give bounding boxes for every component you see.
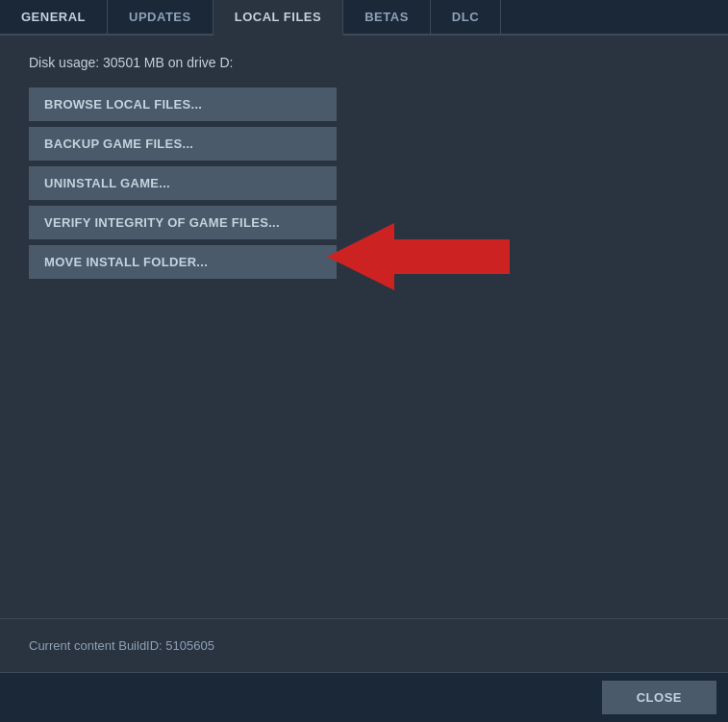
- build-id-label: Current content BuildID: 5105605: [29, 638, 699, 653]
- move-install-folder-button[interactable]: MOVE INSTALL FOLDER...: [29, 245, 337, 279]
- disk-usage-label: Disk usage: 30501 MB on drive D:: [29, 55, 699, 70]
- action-buttons-area: BROWSE LOCAL FILES... BACKUP GAME FILES.…: [29, 87, 337, 279]
- tab-betas[interactable]: BETAS: [343, 0, 431, 34]
- footer: CLOSE: [0, 672, 728, 722]
- close-button[interactable]: CLOSE: [602, 681, 716, 714]
- tab-dlc[interactable]: DLC: [431, 0, 501, 34]
- uninstall-game-button[interactable]: UNINSTALL GAME...: [29, 166, 337, 200]
- build-id-section: Current content BuildID: 5105605: [0, 618, 728, 672]
- tab-general[interactable]: GENERAL: [0, 0, 108, 34]
- tab-bar: GENERAL UPDATES LOCAL FILES BETAS DLC: [0, 0, 728, 36]
- tab-local-files[interactable]: LOCAL FILES: [213, 0, 343, 36]
- tab-updates[interactable]: UPDATES: [108, 0, 213, 34]
- backup-game-files-button[interactable]: BACKUP GAME FILES...: [29, 127, 337, 161]
- verify-integrity-button[interactable]: VERIFY INTEGRITY OF GAME FILES...: [29, 206, 337, 239]
- content-area: Disk usage: 30501 MB on drive D: BROWSE …: [0, 36, 728, 618]
- browse-local-files-button[interactable]: BROWSE LOCAL FILES...: [29, 87, 337, 121]
- steam-properties-dialog: GENERAL UPDATES LOCAL FILES BETAS DLC Di…: [0, 0, 728, 722]
